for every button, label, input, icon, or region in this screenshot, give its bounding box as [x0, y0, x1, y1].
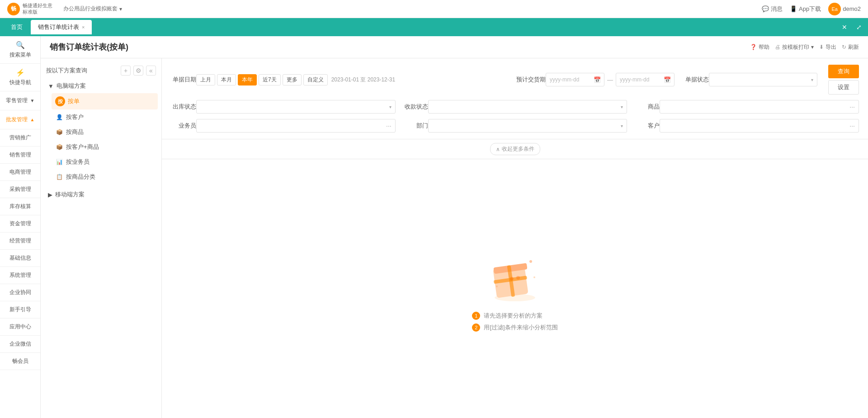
user-avatar-area[interactable]: Ea demo2	[828, 3, 861, 15]
sidebar-item-basic[interactable]: 基础信息	[0, 250, 40, 267]
scheme-by-order-label: 按单	[68, 97, 80, 105]
salesperson-more-icon[interactable]: ···	[386, 122, 392, 129]
sidebar-item-inventory[interactable]: 库存核算	[0, 198, 40, 215]
sidebar-label-marketing: 营销推广	[9, 134, 31, 142]
tab-home[interactable]: 首页	[4, 20, 30, 34]
this-year-button[interactable]: 本年	[238, 74, 257, 86]
collapse-panel-button[interactable]: «	[146, 66, 156, 76]
status-select[interactable]: ▾	[709, 73, 817, 86]
goods-more-icon[interactable]: ···	[849, 103, 855, 110]
app-download-icon: 📱	[790, 5, 797, 12]
message-button[interactable]: 💬 消息	[762, 5, 783, 13]
filter-row-1: 单据日期 上月 本月 本年 近7天 更多 自定义 2023-01-01 至 20…	[171, 65, 859, 95]
sidebar-item-marketing[interactable]: 营销推广	[0, 129, 40, 147]
scheme-by-product-cat-label: 按商品分类	[66, 173, 95, 181]
sidebar-item-wechat[interactable]: 企业微信	[0, 336, 40, 353]
sidebar-item-member[interactable]: 畅会员	[0, 353, 40, 370]
scheme-by-product[interactable]: 📦 按商品	[52, 125, 158, 139]
sidebar-item-operation[interactable]: 经营管理	[0, 233, 40, 250]
scheme-by-cust-prod[interactable]: 📦 按客户+商品	[52, 140, 158, 154]
breadcrumb-arrow-icon: ▾	[119, 6, 122, 12]
help-icon: ❓	[750, 44, 757, 50]
department-select[interactable]: ▾	[428, 119, 627, 133]
sidebar-item-wholesale[interactable]: 批发管理 ▲	[0, 110, 40, 129]
custom-button[interactable]: 自定义	[303, 74, 328, 86]
scheme-by-product-label: 按商品	[66, 128, 84, 136]
receipt-status-select[interactable]: ▾	[428, 100, 627, 114]
goods-select[interactable]: ···	[660, 100, 859, 114]
sidebar-item-finance[interactable]: 资金管理	[0, 215, 40, 233]
sidebar-item-purchase[interactable]: 采购管理	[0, 181, 40, 198]
salesperson-section: 业务员 ···	[171, 119, 396, 133]
expected-date-range: 📅 — 📅	[546, 73, 675, 86]
expected-date-section: 预计交货期 📅 — 📅	[516, 73, 675, 86]
customer-select[interactable]: ···	[660, 119, 859, 133]
sidebar-item-quick-nav[interactable]: ⚡ 快捷导航	[0, 64, 40, 91]
expected-date-label: 预计交货期	[516, 76, 546, 84]
mobile-scheme-label: 移动端方案	[55, 190, 85, 199]
scheme-by-order[interactable]: 按 按单	[52, 93, 158, 109]
tab-order-stat[interactable]: 销售订单统计表 ×	[31, 20, 92, 34]
salesperson-select[interactable]: ···	[196, 119, 396, 133]
tab-close-icon[interactable]: ×	[82, 24, 85, 30]
export-button[interactable]: ⬇ 导出	[819, 43, 836, 51]
sidebar-item-newcomer[interactable]: 新手引导	[0, 301, 40, 318]
mobile-scheme-parent[interactable]: ▶ 移动端方案	[44, 188, 158, 201]
sidebar-item-ecommerce[interactable]: 电商管理	[0, 164, 40, 181]
scheme-settings-button[interactable]: ⚙	[133, 66, 143, 76]
settings-button[interactable]: 设置	[828, 80, 859, 95]
last-7-days-button[interactable]: 近7天	[259, 74, 281, 86]
avatar: Ea	[828, 3, 841, 15]
expected-date-from-wrapper: 📅	[546, 73, 604, 86]
desktop-scheme-children: 按 按单 👤 按客户 📦 按商品 📦 按客	[44, 93, 158, 184]
refresh-button[interactable]: ↻ 刷新	[842, 43, 859, 51]
page-header: 销售订单统计表(按单) ❓ 帮助 🖨 按模板打印 ▾ ⬇ 导出 ↻ 刷新	[41, 36, 868, 58]
expected-date-to-input[interactable]	[616, 73, 675, 86]
more-button[interactable]: 更多	[283, 74, 302, 86]
sidebar-label-basic: 基础信息	[9, 254, 31, 262]
scheme-by-salesperson[interactable]: 📊 按业务员	[52, 155, 158, 169]
chart-icon: 📊	[55, 158, 63, 166]
left-panel-header: 按以下方案查询 + ⚙ «	[41, 64, 161, 79]
username-label: demo2	[843, 5, 861, 12]
add-scheme-button[interactable]: +	[121, 66, 131, 76]
sidebar-item-retail[interactable]: 零售管理 ▼	[0, 91, 40, 110]
sidebar-item-system[interactable]: 系统管理	[0, 267, 40, 284]
customer-more-icon[interactable]: ···	[849, 122, 855, 129]
sidebar-item-search-menu[interactable]: 🔍 搜索菜单	[0, 36, 40, 64]
sidebar-label-operation: 经营管理	[9, 237, 31, 245]
tab-expand-button[interactable]: ⤢	[854, 22, 864, 33]
main-layout: 🔍 搜索菜单 ⚡ 快捷导航 零售管理 ▼ 批发管理 ▲ 营销推广 销售管理 电商…	[0, 36, 868, 418]
sidebar-label-wechat: 企业微信	[9, 340, 31, 348]
this-month-button[interactable]: 本月	[217, 74, 236, 86]
scheme-by-product-cat[interactable]: 📋 按商品分类	[52, 170, 158, 184]
sidebar-label-purchase: 采购管理	[9, 185, 31, 193]
last-month-button[interactable]: 上月	[196, 74, 215, 86]
desktop-scheme-parent[interactable]: ▼ 电脑端方案	[44, 79, 158, 93]
collapse-chevron-icon: ∧	[496, 146, 500, 152]
sidebar-label-finance: 资金管理	[9, 220, 31, 228]
tab-bar-actions: ✕ ⤢	[839, 22, 864, 33]
sidebar-item-sales[interactable]: 销售管理	[0, 147, 40, 164]
left-panel-icons: + ⚙ «	[121, 66, 156, 76]
app-download-button[interactable]: 📱 App下载	[790, 5, 821, 13]
template-print-button[interactable]: 🖨 按模板打印 ▾	[775, 43, 814, 51]
breadcrumb-text: 办公用品行业模拟账套	[63, 5, 118, 13]
tab-close-window-button[interactable]: ✕	[839, 22, 850, 33]
sidebar-item-app-center[interactable]: 应用中心	[0, 318, 40, 336]
help-button[interactable]: ❓ 帮助	[750, 43, 769, 51]
query-button[interactable]: 查询	[828, 65, 859, 78]
expected-date-from-input[interactable]	[546, 73, 604, 86]
sidebar-item-enterprise[interactable]: 企业协同	[0, 284, 40, 301]
sidebar-label-member: 畅会员	[12, 357, 28, 365]
empty-illustration	[486, 246, 544, 304]
tab-home-label: 首页	[11, 23, 23, 31]
scheme-by-customer[interactable]: 👤 按客户	[52, 110, 158, 124]
department-dropdown-icon: ▾	[621, 124, 623, 128]
customer-section: 客户 ···	[634, 119, 859, 133]
ship-status-select[interactable]: ▾	[196, 100, 396, 114]
logo-area: 畅 畅捷通好生意 标准版	[7, 3, 52, 15]
collapse-more-conditions-button[interactable]: ∧ 收起更多条件	[490, 143, 540, 155]
empty-state: 1 请先选择要分析的方案 2 用[过滤]条件来缩小分析范围	[472, 246, 557, 332]
tree-parent-arrow-icon: ▼	[48, 83, 54, 90]
